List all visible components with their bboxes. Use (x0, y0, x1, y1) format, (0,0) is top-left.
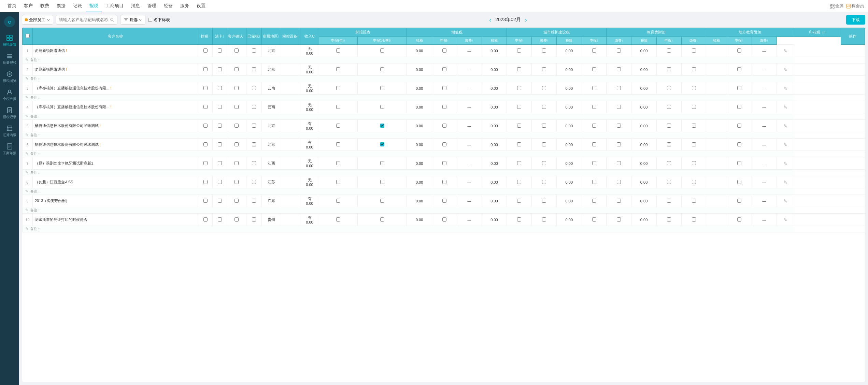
df-jf-checkbox[interactable] (692, 199, 696, 203)
qingka-cell[interactable] (213, 120, 227, 132)
chaoshui-checkbox[interactable] (203, 142, 208, 146)
cs-jf-checkbox[interactable] (542, 217, 546, 222)
operate-cell[interactable]: ✎ (777, 214, 794, 226)
caiwu-year-checkbox[interactable] (336, 142, 340, 146)
df-jf-checkbox[interactable] (692, 180, 696, 184)
operate-cell[interactable]: ✎ (777, 63, 794, 76)
qingka-cell[interactable] (213, 101, 227, 113)
qingka-checkbox[interactable] (218, 161, 222, 165)
confirm-checkbox[interactable] (234, 217, 239, 222)
qingka-checkbox[interactable] (218, 199, 222, 203)
yh-sb-checkbox[interactable] (737, 142, 741, 146)
df-jf-cell[interactable] (681, 45, 706, 57)
cs-sb-cell[interactable] (507, 214, 532, 226)
caiwu-month-cell[interactable] (358, 157, 407, 170)
jy-sb-checkbox[interactable] (592, 48, 596, 53)
caiwu-year-checkbox[interactable] (336, 199, 340, 203)
yh-sb-checkbox[interactable] (737, 105, 741, 109)
qingka-checkbox[interactable] (218, 124, 222, 128)
confirm-checkbox[interactable] (234, 161, 239, 165)
jy-sb-cell[interactable] (582, 176, 607, 188)
paid-checkbox[interactable] (252, 161, 256, 165)
caiwu-month-cell[interactable] (358, 45, 407, 57)
df-jf-cell[interactable] (681, 63, 706, 76)
jy-sb-cell[interactable] (582, 101, 607, 113)
df-jf-checkbox[interactable] (692, 217, 696, 222)
chaoshui-checkbox[interactable] (203, 67, 208, 71)
cs-jf-checkbox[interactable] (542, 86, 546, 90)
df-jf-cell[interactable] (681, 101, 706, 113)
df-sb-cell[interactable] (656, 195, 681, 207)
jy-sb-checkbox[interactable] (592, 199, 596, 203)
jy-jf-cell[interactable] (607, 120, 631, 132)
caiwu-month-cell[interactable] (358, 176, 407, 188)
df-sb-checkbox[interactable] (667, 48, 671, 53)
fullscreen-button[interactable]: 全屏 (830, 3, 843, 9)
df-sb-checkbox[interactable] (667, 124, 671, 128)
chaoshui-checkbox[interactable] (203, 180, 208, 184)
edit-icon[interactable]: ✎ (783, 198, 787, 204)
cs-jf-cell[interactable] (532, 195, 557, 207)
df-jf-checkbox[interactable] (692, 86, 696, 90)
chaoshui-cell[interactable] (198, 63, 213, 76)
yh-sb-cell[interactable] (727, 45, 752, 57)
paid-cell[interactable] (246, 45, 262, 57)
zz-sb-checkbox[interactable] (442, 124, 446, 128)
df-jf-cell[interactable] (681, 214, 706, 226)
cs-jf-cell[interactable] (532, 63, 557, 76)
chaoshui-cell[interactable] (198, 82, 213, 95)
confirm-checkbox[interactable] (234, 142, 239, 146)
cs-sb-checkbox[interactable] (517, 199, 521, 203)
cs-sb-cell[interactable] (507, 101, 532, 113)
download-button[interactable]: 下载 (846, 15, 865, 25)
caiwu-year-checkbox[interactable] (336, 161, 340, 165)
cs-jf-cell[interactable] (532, 176, 557, 188)
edit-icon[interactable]: ✎ (783, 161, 787, 166)
jy-jf-checkbox[interactable] (617, 48, 621, 53)
sidebar-item-personal-tax[interactable]: 个税申报 (0, 86, 19, 104)
zz-sb-checkbox[interactable] (442, 180, 446, 184)
chaoshui-cell[interactable] (198, 195, 213, 207)
df-sb-cell[interactable] (656, 120, 681, 132)
df-sb-cell[interactable] (656, 82, 681, 95)
cs-sb-checkbox[interactable] (517, 180, 521, 184)
operate-cell[interactable]: ✎ (777, 139, 794, 151)
zz-sb-checkbox[interactable] (442, 161, 446, 165)
df-sb-cell[interactable] (656, 45, 681, 57)
cs-sb-cell[interactable] (507, 195, 532, 207)
caiwu-month-checkbox[interactable] (380, 161, 384, 165)
name-filter-checkbox[interactable] (148, 18, 152, 22)
jy-jf-checkbox[interactable] (617, 67, 621, 71)
yh-sb-cell[interactable] (727, 63, 752, 76)
paid-cell[interactable] (246, 101, 262, 113)
jy-sb-checkbox[interactable] (592, 217, 596, 222)
nav-invoice[interactable]: 票据 (53, 0, 69, 12)
jy-jf-cell[interactable] (607, 157, 631, 170)
sidebar-item-tax-record[interactable]: 报税记录 (0, 104, 19, 122)
cs-jf-cell[interactable] (532, 82, 557, 95)
caiwu-year-cell[interactable] (319, 176, 358, 188)
yh-sb-cell[interactable] (727, 214, 752, 226)
edit-icon[interactable]: ✎ (783, 180, 787, 185)
caiwu-month-cell[interactable] (358, 214, 407, 226)
caiwu-year-cell[interactable] (319, 139, 358, 151)
qingka-cell[interactable] (213, 45, 227, 57)
caiwu-month-checkbox[interactable] (380, 199, 384, 203)
jy-jf-checkbox[interactable] (617, 217, 621, 222)
df-sb-cell[interactable] (656, 157, 681, 170)
confirm-checkbox[interactable] (234, 105, 239, 109)
confirm-cell[interactable] (227, 101, 246, 113)
cs-sb-checkbox[interactable] (517, 67, 521, 71)
df-jf-checkbox[interactable] (692, 67, 696, 71)
caiwu-month-checkbox[interactable] (380, 48, 384, 53)
df-jf-checkbox[interactable] (692, 142, 696, 146)
caiwu-month-cell[interactable] (358, 120, 407, 132)
caiwu-year-checkbox[interactable] (336, 86, 340, 90)
chaoshui-checkbox[interactable] (203, 199, 208, 203)
caiwu-month-checkbox[interactable] (380, 67, 384, 71)
sidebar-item-batch-tax[interactable]: 批量报税 (0, 49, 19, 68)
paid-cell[interactable] (246, 195, 262, 207)
zz-sb-checkbox[interactable] (442, 105, 446, 109)
zz-sb-cell[interactable] (432, 101, 457, 113)
caiwu-year-cell[interactable] (319, 45, 358, 57)
